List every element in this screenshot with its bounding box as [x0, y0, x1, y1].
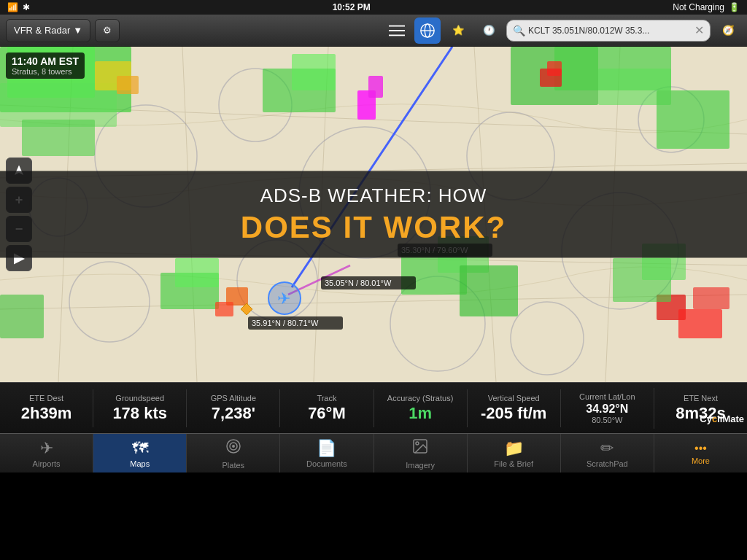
ete-next-cell: ETE Next 8m32s CycliMate	[654, 389, 747, 427]
map-area: ✈ 35.30°N / 79.60°W 35.05°N / 80.01°W 35…	[0, 47, 747, 382]
search-icon: 🔍	[513, 25, 525, 36]
nav-documents[interactable]: 📄 Documents	[280, 434, 374, 472]
map-time: 11:40 AM EST	[12, 55, 79, 67]
battery-icon: 🔋	[729, 2, 740, 12]
nav-imagery[interactable]: Imagery	[374, 434, 468, 472]
maps-label: Maps	[130, 459, 150, 468]
svg-rect-1	[389, 30, 405, 31]
map-sublabel: Stratus, 8 towers	[12, 67, 79, 76]
search-input[interactable]	[528, 26, 692, 36]
status-bar: 📶 ✱ 10:52 PM Not Charging 🔋	[0, 0, 747, 15]
track-value: 76°M	[283, 404, 370, 423]
svg-rect-42	[547, 61, 562, 76]
svg-rect-0	[389, 25, 405, 26]
history-button[interactable]: 🕐	[476, 18, 502, 44]
maps-icon: 🗺	[132, 439, 148, 458]
layers-button[interactable]	[384, 18, 410, 44]
airports-icon: ✈	[40, 439, 53, 458]
more-label: More	[692, 456, 710, 465]
wifi-icon: 📶	[7, 2, 18, 12]
vspeed-label: Vertical Speed	[471, 394, 557, 402]
plates-label: Plates	[222, 461, 245, 470]
overlay-banner: ADS-B WEATHER: HOW DOES IT WORK?	[0, 171, 747, 258]
svg-rect-36	[368, 76, 383, 98]
favorites-button[interactable]: ⭐	[445, 18, 471, 44]
groundspeed-label: Groundspeed	[96, 394, 183, 402]
globe-button[interactable]	[414, 18, 441, 44]
accuracy-value: 1m	[377, 404, 464, 423]
more-icon: •••	[694, 442, 707, 455]
svg-rect-44	[175, 258, 219, 287]
accuracy-cell: Accuracy (Stratus) 1m	[374, 389, 468, 427]
map-mode-button[interactable]: VFR & Radar ▼	[6, 19, 90, 42]
status-right: Not Charging 🔋	[673, 2, 740, 12]
dropdown-icon: ▼	[73, 25, 82, 36]
svg-rect-30	[22, 120, 95, 156]
battery-label: Not Charging	[673, 2, 724, 12]
toolbar: VFR & Radar ▼ ⚙ ⭐ 🕐 🔍 ✕ 🧭	[0, 15, 747, 47]
latlon-cell: Current Lat/Lon 34.92°N 80.50°W	[561, 388, 654, 429]
ete-dest-label: ETE Dest	[3, 394, 90, 402]
groundspeed-value: 178 kts	[96, 404, 183, 423]
banner-title: DOES IT WORK?	[0, 210, 747, 245]
accuracy-label: Accuracy (Stratus)	[377, 394, 464, 402]
nav-file-brief[interactable]: 📁 File & Brief	[468, 434, 561, 472]
plates-icon	[225, 438, 242, 459]
status-time: 10:52 PM	[333, 2, 371, 12]
groundspeed-cell: Groundspeed 178 kts	[93, 389, 187, 427]
svg-rect-40	[657, 90, 729, 149]
imagery-icon	[411, 438, 429, 459]
svg-point-71	[416, 442, 419, 445]
vspeed-cell: Vertical Speed -205 ft/m	[468, 389, 561, 427]
search-bar[interactable]: 🔍 ✕	[506, 20, 711, 42]
svg-rect-32	[117, 76, 139, 94]
svg-rect-52	[678, 309, 722, 338]
clear-search-button[interactable]: ✕	[694, 23, 704, 37]
documents-label: Documents	[306, 459, 347, 468]
documents-icon: 📄	[317, 439, 336, 458]
file-brief-icon: 📁	[504, 439, 524, 458]
svg-rect-53	[693, 287, 729, 309]
compass-button[interactable]: 🧭	[715, 18, 741, 44]
bottom-nav: ✈ Airports 🗺 Maps Plates 📄 Documents Ima…	[0, 433, 747, 472]
brand-accent: c	[712, 413, 717, 424]
svg-rect-2	[389, 34, 405, 36]
airports-label: Airports	[33, 459, 61, 468]
vspeed-value: -205 ft/m	[471, 404, 557, 423]
ete-next-label: ETE Next	[657, 394, 744, 402]
settings-button[interactable]: ⚙	[95, 19, 120, 42]
map-mode-label: VFR & Radar	[14, 25, 70, 36]
latlon-label: Current Lat/Lon	[564, 392, 651, 401]
signal-icon: ✱	[23, 2, 30, 12]
banner-subtitle: ADS-B WEATHER: HOW	[0, 184, 747, 207]
scratchpad-icon: ✏	[600, 439, 614, 458]
svg-rect-47	[215, 302, 233, 316]
svg-point-69	[232, 445, 235, 448]
latlon-value2: 80.50°W	[564, 416, 651, 424]
svg-text:35.05°N / 80.01°W: 35.05°N / 80.01°W	[325, 279, 392, 287]
status-left: 📶 ✱	[7, 2, 30, 12]
svg-rect-45	[0, 295, 44, 338]
gps-alt-value: 7,238'	[190, 404, 276, 423]
svg-text:✈: ✈	[277, 289, 290, 308]
nav-airports[interactable]: ✈ Airports	[0, 434, 93, 472]
nav-scratchpad[interactable]: ✏ ScratchPad	[561, 434, 654, 472]
gps-alt-label: GPS Altitude	[190, 394, 276, 402]
ete-dest-cell: ETE Dest 2h39m	[0, 389, 93, 427]
svg-text:35.91°N / 80.71°W: 35.91°N / 80.71°W	[252, 319, 319, 327]
track-cell: Track 76°M	[280, 389, 374, 427]
svg-rect-34	[292, 54, 336, 90]
time-badge: 11:40 AM EST Stratus, 8 towers	[6, 52, 85, 79]
nav-maps[interactable]: 🗺 Maps	[93, 434, 187, 472]
gps-alt-cell: GPS Altitude 7,238'	[187, 389, 280, 427]
nav-more[interactable]: ••• More	[654, 434, 747, 472]
track-label: Track	[283, 394, 370, 402]
latlon-value: 34.92°N	[564, 402, 651, 416]
file-brief-label: File & Brief	[494, 459, 533, 468]
ete-dest-value: 2h39m	[3, 404, 90, 423]
data-bar: ETE Dest 2h39m Groundspeed 178 kts GPS A…	[0, 382, 747, 433]
svg-rect-50	[460, 265, 518, 316]
nav-plates[interactable]: Plates	[187, 434, 280, 472]
imagery-label: Imagery	[406, 461, 435, 470]
scratchpad-label: ScratchPad	[587, 459, 628, 468]
